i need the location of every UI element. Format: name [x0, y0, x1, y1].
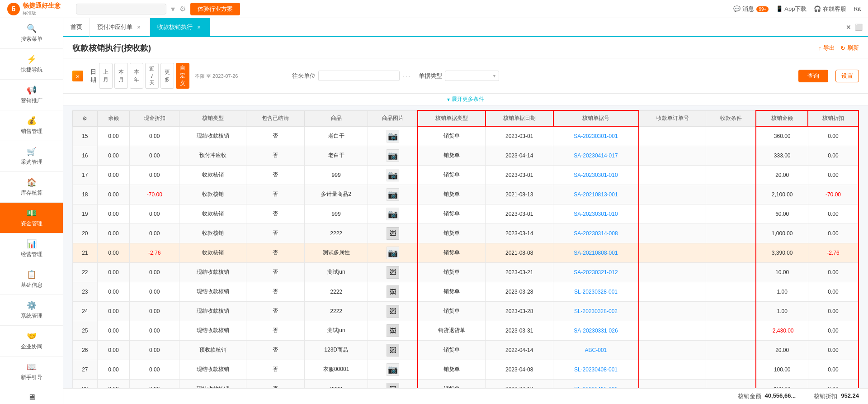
- custom-date-btn[interactable]: 自定义: [176, 63, 189, 89]
- verify-bill-no-link[interactable]: SL-20230328-001: [574, 289, 618, 295]
- balance-cell: 0.00: [97, 185, 130, 204]
- settings-icon[interactable]: ⚙: [179, 5, 186, 13]
- last-month-btn[interactable]: 上月: [99, 63, 113, 89]
- balance-cell: 0.00: [97, 340, 130, 360]
- online-service-link[interactable]: 🎧 在线客服: [814, 5, 846, 13]
- refresh-button[interactable]: ↻ 刷新: [840, 44, 859, 52]
- sidebar-item-quicknav[interactable]: ⚡ 快捷导航: [0, 49, 63, 80]
- sidebar-item-guide[interactable]: 📖 新手引导: [0, 356, 63, 387]
- message-link[interactable]: 💬 消息 99+: [733, 5, 769, 13]
- industry-solution-button[interactable]: 体验行业方案: [190, 3, 240, 15]
- verify-bill-no-link[interactable]: SA-20230301-010: [574, 211, 618, 217]
- query-button[interactable]: 查询: [798, 70, 828, 82]
- last-7days-btn[interactable]: 近7天: [145, 63, 159, 89]
- tab-verify[interactable]: 收款核销执行 ✕: [150, 18, 210, 37]
- product-cell: 测试多属性: [305, 243, 368, 262]
- footer-verify-discount-value: 952.24: [841, 392, 859, 400]
- cash-discount-cell-wrap: 0.00: [130, 146, 179, 165]
- verify-amount-cell-wrap: -2,430.00: [756, 321, 808, 340]
- verify-type-cell: 现结收款核销: [179, 321, 246, 340]
- table-row: 27 0.00 0.00 现结收款核销 否 衣服00001 📷 销货单 2023…: [73, 360, 859, 379]
- product-cell: 2222: [305, 223, 368, 243]
- verify-amount-cell: 20.00: [775, 347, 789, 353]
- table-header-row: ⚙ 余额 现金折扣 核销类型 包含已结清 商品 商品图片 核销单据类型 核销单据…: [73, 110, 859, 126]
- this-year-btn[interactable]: 本年: [130, 63, 143, 89]
- table-area[interactable]: ⚙ 余额 现金折扣 核销类型 包含已结清 商品 商品图片 核销单据类型 核销单据…: [63, 105, 868, 388]
- table-row: 26 0.00 0.00 预收款核销 否 123D商品 🖼 销货单 2022-0…: [73, 340, 859, 360]
- from-unit-input[interactable]: [318, 71, 400, 81]
- tab-prepay[interactable]: 预付冲应付单 ✕: [90, 18, 150, 37]
- export-button[interactable]: ↑ 导出: [819, 44, 835, 52]
- verify-bill-type-cell: 销货单: [418, 379, 486, 388]
- search-input[interactable]: [76, 4, 166, 14]
- receipt-order-no-cell: [639, 282, 706, 301]
- table-row: 16 0.00 0.00 预付冲应收 否 老白干 📷 销货单 2023-04-1…: [73, 146, 859, 165]
- sidebar-item-basic[interactable]: 📋 基础信息: [0, 264, 63, 295]
- cash-discount-cell: -2.76: [148, 250, 160, 256]
- sidebar-item-enterprise[interactable]: 🤝 企业协同: [0, 326, 63, 356]
- dropdown-icon[interactable]: ▾: [171, 4, 175, 14]
- verify-bill-no-link[interactable]: SL-20230408-001: [574, 366, 618, 373]
- verify-discount-cell-wrap: 0.00: [808, 301, 859, 321]
- house-icon: 🏠: [27, 177, 37, 187]
- sidebar: 🔍 搜索菜单 ⚡ 快捷导航 📢 营销推广 💰 销售管理 🛒 采购管理 🏠 库存核…: [0, 18, 63, 404]
- verify-bill-no-link[interactable]: SA-20230314-008: [574, 230, 618, 237]
- sidebar-item-finance[interactable]: 💵 资金管理: [0, 203, 63, 233]
- verify-bill-no-link[interactable]: SA-20230331-026: [574, 328, 618, 334]
- close-prepay-tab[interactable]: ✕: [135, 24, 142, 31]
- verify-type-cell: 现结收款核销: [179, 282, 246, 301]
- verify-discount-cell: 0.00: [828, 347, 838, 353]
- verify-bill-no-link[interactable]: SA-20210808-001: [574, 250, 618, 256]
- maximize-window-btn[interactable]: ⬜: [855, 24, 863, 31]
- verify-discount-cell-wrap: 0.00: [808, 282, 859, 301]
- sidebar-item-hardware[interactable]: 🖥 智能硬件: [0, 387, 63, 404]
- date-filter-group: 日期 上月 本月 本年 近7天 更多 自定义 不限 至 2023-07-26: [90, 63, 285, 89]
- verify-discount-cell-wrap: 0.00: [808, 204, 859, 223]
- receipt-order-no-cell: [639, 360, 706, 379]
- sidebar-item-operations[interactable]: 📊 经营管理: [0, 233, 63, 264]
- verify-bill-no-link[interactable]: SA-20210813-001: [574, 191, 618, 198]
- app-download-link[interactable]: 📱 App下载: [776, 5, 807, 13]
- close-window-btn[interactable]: ✕: [846, 24, 851, 31]
- sidebar-item-marketing[interactable]: 📢 营销推广: [0, 80, 63, 110]
- close-verify-tab[interactable]: ✕: [195, 24, 203, 31]
- page-header: 收款核销执行(按收款) ↑ 导出 ↻ 刷新: [63, 37, 868, 58]
- include-settled-cell: 否: [246, 185, 305, 204]
- verify-bill-no-link[interactable]: SA-20230301-010: [574, 172, 618, 178]
- table-body: 15 0.00 0.00 现结收款核销 否 老白干 📷 销货单 2023-03-…: [73, 126, 859, 388]
- verify-amount-cell-wrap: 20.00: [756, 340, 808, 360]
- verify-bill-no-link[interactable]: SA-20230414-017: [574, 152, 618, 159]
- filter-dots: ···: [402, 72, 411, 79]
- include-settled-cell: 否: [246, 360, 305, 379]
- filter-expand-button[interactable]: »: [72, 71, 83, 81]
- balance-cell: 0.00: [97, 379, 130, 388]
- verify-bill-no-link[interactable]: SA-20230321-012: [574, 269, 618, 276]
- col-header-include-settled: 包含已结清: [246, 110, 305, 126]
- table-row: 24 0.00 0.00 现结收款核销 否 2222 🖼 销货单 2023-03…: [73, 301, 859, 321]
- chart-icon: 📊: [27, 239, 37, 249]
- verify-bill-date-cell: 2023-03-28: [486, 282, 553, 301]
- sidebar-item-purchase[interactable]: 🛒 采购管理: [0, 141, 63, 172]
- col-header-receipt-order-no: 收款单订单号: [639, 110, 706, 126]
- col-header-verify-discount: 核销折扣: [808, 110, 859, 126]
- sidebar-item-sales[interactable]: 💰 销售管理: [0, 110, 63, 141]
- verify-bill-no-link[interactable]: SA-20230301-001: [574, 133, 618, 139]
- col-header-gear[interactable]: ⚙: [73, 110, 98, 126]
- bill-type-select[interactable]: [445, 71, 499, 81]
- sidebar-item-system[interactable]: ⚙️ 系统管理: [0, 295, 63, 326]
- expand-more-button[interactable]: ▾ 展开更多条件: [447, 95, 484, 103]
- verify-bill-no-link[interactable]: ABC-001: [585, 347, 607, 353]
- this-month-btn[interactable]: 本月: [114, 63, 128, 89]
- sidebar-item-search[interactable]: 🔍 搜索菜单: [0, 18, 63, 49]
- product-img-cell: 📷: [368, 360, 418, 379]
- verify-amount-cell-wrap: 20.00: [756, 165, 808, 185]
- verify-type-cell: 现结收款核销: [179, 126, 246, 146]
- col-header-verify-type: 核销类型: [179, 110, 246, 126]
- user-name[interactable]: Rit: [854, 5, 861, 12]
- sidebar-item-inventory[interactable]: 🏠 库存核算: [0, 172, 63, 203]
- verify-bill-no-link[interactable]: SL-20230328-002: [574, 308, 618, 314]
- tab-home[interactable]: 首页: [63, 18, 90, 37]
- more-date-btn[interactable]: 更多: [160, 63, 174, 89]
- settings-button[interactable]: 设置: [835, 70, 859, 82]
- product-cell: 老白干: [305, 146, 368, 165]
